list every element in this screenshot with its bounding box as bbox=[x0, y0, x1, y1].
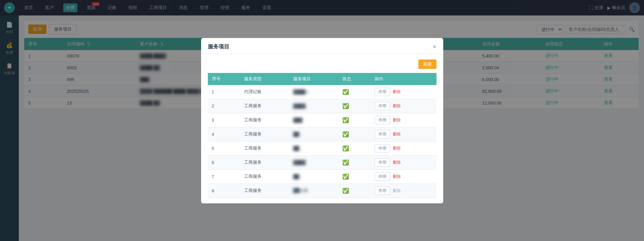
modal-body: 新建 序号 服务类型 服务项目 状态 操作 1 代理记账 ████ 1 ✅ 停用… bbox=[201, 54, 443, 203]
modal-cell-action: 停用 删除 bbox=[371, 85, 436, 99]
modal-overlay[interactable]: 服务项目 × 新建 序号 服务类型 服务项目 状态 操作 1 代理记账 bbox=[0, 0, 644, 241]
modal-table-row: 7 工商服务 ██ ✅ 停用 删除 bbox=[208, 169, 437, 184]
modal-cell-status: ✅ bbox=[338, 85, 371, 99]
modal-cell-action: 停用 删除 bbox=[371, 155, 436, 169]
modal-cell-id: 6 bbox=[208, 155, 240, 169]
modal-cell-type: 工商服务 bbox=[240, 169, 289, 184]
modal-cell-item: ████ 1 bbox=[289, 85, 338, 99]
modal-cell-action: 停用 删除 bbox=[371, 113, 436, 127]
stop-btn[interactable]: 停用 bbox=[375, 172, 390, 181]
modal-cell-type: 代理记账 bbox=[240, 85, 289, 99]
status-check-icon: ✅ bbox=[342, 188, 349, 194]
status-check-icon: ✅ bbox=[342, 131, 349, 137]
service-item-modal: 服务项目 × 新建 序号 服务类型 服务项目 状态 操作 1 代理记账 bbox=[201, 38, 443, 203]
status-check-icon: ✅ bbox=[342, 117, 349, 123]
stop-btn[interactable]: 停用 bbox=[375, 116, 390, 124]
delete-btn[interactable]: 删除 bbox=[393, 117, 401, 123]
status-check-icon: ✅ bbox=[342, 89, 349, 95]
modal-cell-action: 停用 删除 bbox=[371, 127, 436, 141]
modal-cell-status: ✅ bbox=[338, 113, 371, 127]
modal-table: 序号 服务类型 服务项目 状态 操作 1 代理记账 ████ 1 ✅ 停用 删除… bbox=[208, 73, 437, 198]
modal-table-row: 1 代理记账 ████ 1 ✅ 停用 删除 bbox=[208, 85, 437, 99]
modal-cell-id: 5 bbox=[208, 141, 240, 155]
delete-btn[interactable]: 删除 bbox=[393, 131, 401, 137]
modal-table-row: 2 工商服务 ████ ✅ 停用 删除 bbox=[208, 99, 437, 113]
stop-btn[interactable]: 停用 bbox=[375, 187, 390, 195]
modal-col-item: 服务项目 bbox=[289, 73, 338, 85]
modal-cell-item: ██注册 bbox=[289, 184, 338, 198]
modal-table-row: 8 工商服务 ██注册 ✅ 停用 删除 bbox=[208, 184, 437, 198]
modal-table-row: 4 工商服务 ██ ✅ 停用 删除 bbox=[208, 127, 437, 141]
modal-col-action: 操作 bbox=[371, 73, 436, 85]
modal-cell-id: 3 bbox=[208, 113, 240, 127]
delete-btn[interactable]: 删除 bbox=[393, 146, 401, 151]
modal-col-status: 状态 bbox=[338, 73, 371, 85]
modal-cell-id: 2 bbox=[208, 99, 240, 113]
delete-btn[interactable]: 删除 bbox=[393, 89, 401, 95]
status-check-icon: ✅ bbox=[342, 103, 349, 109]
modal-new-button[interactable]: 新建 bbox=[418, 59, 437, 69]
modal-cell-type: 工商服务 bbox=[240, 113, 289, 127]
modal-toolbar: 新建 bbox=[208, 59, 437, 69]
modal-cell-action: 停用 删除 bbox=[371, 141, 436, 155]
modal-cell-type: 工商服务 bbox=[240, 141, 289, 155]
status-check-icon: ✅ bbox=[342, 174, 349, 179]
modal-cell-item: ████ bbox=[289, 155, 338, 169]
stop-btn[interactable]: 停用 bbox=[375, 130, 390, 138]
modal-cell-status: ✅ bbox=[338, 184, 371, 198]
modal-cell-type: 工商服务 bbox=[240, 127, 289, 141]
delete-btn[interactable]: 删除 bbox=[393, 160, 401, 165]
modal-cell-item: ██ bbox=[289, 127, 338, 141]
modal-header: 服务项目 × bbox=[201, 38, 443, 54]
modal-title: 服务项目 bbox=[208, 43, 229, 50]
stop-btn[interactable]: 停用 bbox=[375, 144, 390, 153]
stop-btn[interactable]: 停用 bbox=[375, 102, 390, 110]
modal-col-type: 服务类型 bbox=[240, 73, 289, 85]
stop-btn[interactable]: 停用 bbox=[375, 88, 390, 96]
modal-cell-status: ✅ bbox=[338, 155, 371, 169]
modal-cell-type: 工商服务 bbox=[240, 99, 289, 113]
stop-btn[interactable]: 停用 bbox=[375, 158, 390, 167]
modal-cell-type: 工商服务 bbox=[240, 184, 289, 198]
modal-cell-status: ✅ bbox=[338, 169, 371, 184]
modal-cell-item: ██ bbox=[289, 169, 338, 184]
status-check-icon: ✅ bbox=[342, 160, 349, 165]
modal-cell-action: 停用 删除 bbox=[371, 99, 436, 113]
modal-close-button[interactable]: × bbox=[433, 44, 437, 50]
modal-cell-item: ████ bbox=[289, 99, 338, 113]
modal-cell-id: 4 bbox=[208, 127, 240, 141]
modal-cell-status: ✅ bbox=[338, 127, 371, 141]
modal-cell-status: ✅ bbox=[338, 141, 371, 155]
modal-cell-id: 7 bbox=[208, 169, 240, 184]
modal-col-seq: 序号 bbox=[208, 73, 240, 85]
modal-cell-id: 1 bbox=[208, 85, 240, 99]
modal-cell-item: ██ bbox=[289, 141, 338, 155]
modal-cell-action: 停用 删除 bbox=[371, 184, 436, 198]
delete-btn-disabled[interactable]: 删除 bbox=[393, 188, 401, 194]
delete-btn[interactable]: 删除 bbox=[393, 103, 401, 109]
modal-table-row: 6 工商服务 ████ ✅ 停用 删除 bbox=[208, 155, 437, 169]
delete-btn[interactable]: 删除 bbox=[393, 174, 401, 179]
modal-cell-action: 停用 删除 bbox=[371, 169, 436, 184]
modal-cell-item: ███ bbox=[289, 113, 338, 127]
modal-cell-status: ✅ bbox=[338, 99, 371, 113]
modal-cell-id: 8 bbox=[208, 184, 240, 198]
modal-table-row: 3 工商服务 ███ ✅ 停用 删除 bbox=[208, 113, 437, 127]
modal-table-row: 5 工商服务 ██ ✅ 停用 删除 bbox=[208, 141, 437, 155]
status-check-icon: ✅ bbox=[342, 146, 349, 151]
modal-cell-type: 工商服务 bbox=[240, 155, 289, 169]
